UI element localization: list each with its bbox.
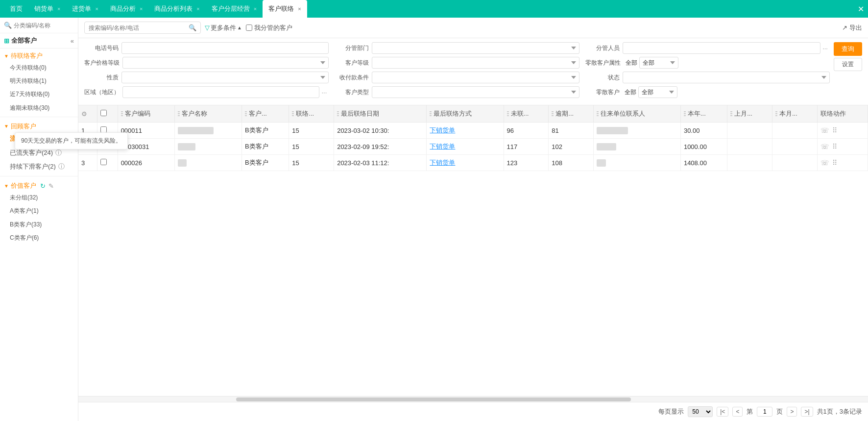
filter-row-4: 区域（地区） ··· 客户类型 零散客户 全部 全部	[84, 86, 830, 98]
close-tab-customer-tier[interactable]: ×	[254, 6, 257, 12]
more-action-icon[interactable]: ⠿	[832, 126, 837, 134]
per-page-select[interactable]: 50 100 200	[688, 406, 713, 417]
prev-page-btn[interactable]: <	[732, 407, 743, 417]
query-button[interactable]: 查询	[834, 42, 862, 56]
contact-action-icon[interactable]: ☏	[820, 143, 829, 150]
last-page-btn[interactable]: >|	[801, 407, 813, 417]
sidebar-collapse-btn[interactable]: «	[71, 37, 74, 45]
last-method-link[interactable]: 下销货单	[430, 159, 455, 166]
sidebar-item-overdue[interactable]: 逾期未联络(30)	[0, 101, 78, 115]
row-uncontact: 117	[504, 139, 549, 155]
nav-tab-purchase[interactable]: 进货单 ×	[66, 0, 104, 18]
row-action-cell: ☏ ⠿	[817, 155, 868, 171]
close-tab-sales[interactable]: ×	[57, 6, 60, 12]
filter-payment-label: 收付款条件	[335, 74, 369, 82]
row-last-method[interactable]: 下销货单	[427, 139, 504, 155]
sidebar-item-7days[interactable]: 近7天待联络(0)	[0, 88, 78, 101]
sidebar-item-declining[interactable]: 持续下滑客户(2) ⓘ	[0, 160, 78, 174]
filter-action-btns: 查询 设置	[834, 42, 862, 101]
col-drag-this-year	[684, 111, 686, 117]
filter-price-level-select[interactable]	[122, 57, 329, 69]
filter-customer-type-select[interactable]	[372, 86, 579, 98]
search-btn-icon[interactable]: 🔍	[189, 24, 196, 31]
page-end-label: 页	[776, 407, 783, 416]
sidebar-item-today[interactable]: 今天待联络(0)	[0, 61, 78, 74]
gear-icon[interactable]: ⚙	[81, 110, 87, 118]
filter-retail-select[interactable]: 全部	[638, 86, 677, 98]
sidebar-all-customers[interactable]: ⊞ 全部客户 «	[0, 33, 78, 49]
col-checkbox[interactable]	[97, 105, 118, 123]
filter-dept-select[interactable]	[372, 42, 579, 54]
col-drag-overdue	[552, 111, 554, 117]
col-uncontact: 未联...	[504, 105, 549, 123]
filter-status-select[interactable]	[623, 72, 830, 83]
blurred-name: ████	[178, 143, 196, 150]
nav-tab-customer-contact[interactable]: 客户联络 ×	[263, 0, 307, 18]
more-action-icon[interactable]: ⠿	[832, 143, 837, 150]
sidebar-group-pending[interactable]: ▼ 待联络客户	[0, 49, 78, 61]
filter-more-btn[interactable]: ▽ 更多条件 ▲	[205, 24, 242, 32]
close-tab-analysis-list[interactable]: ×	[196, 6, 199, 12]
window-close-button[interactable]: ✕	[858, 4, 864, 14]
nav-tab-analysis-list[interactable]: 商品分析列表 ×	[148, 0, 205, 18]
row-type: B类客户	[242, 155, 289, 171]
blurred-person: ██	[597, 159, 605, 167]
col-gear[interactable]: ⚙	[78, 105, 97, 123]
nav-tab-customer-tier[interactable]: 客户分层经营 ×	[206, 0, 263, 18]
action-icons: ☏ ⠿	[820, 126, 865, 134]
filter-person-dots[interactable]: ···	[820, 45, 830, 52]
filter-payment-select[interactable]	[372, 72, 579, 83]
settings-button[interactable]: 设置	[834, 58, 862, 71]
close-tab-purchase[interactable]: ×	[95, 6, 98, 12]
filter-person-input[interactable]	[623, 42, 820, 54]
row-last-method[interactable]: 下销货单	[427, 155, 504, 171]
select-all-checkbox[interactable]	[100, 110, 107, 116]
close-tab-customer-contact[interactable]: ×	[298, 6, 301, 12]
filter-region-input[interactable]	[122, 86, 319, 98]
sidebar-search-input[interactable]	[14, 22, 78, 29]
horizontal-scrollbar[interactable]	[78, 396, 868, 402]
contact-action-icon[interactable]: ☏	[820, 159, 829, 167]
sidebar-item-tomorrow[interactable]: 明天待联络(1)	[0, 74, 78, 88]
row-overdue: 102	[549, 139, 594, 155]
sidebar-item-ungrouped[interactable]: 未分组(32)	[0, 191, 78, 204]
my-customers-checkbox[interactable]	[246, 25, 252, 31]
col-drag-last-method	[430, 111, 432, 117]
nav-home[interactable]: 首页	[4, 0, 28, 18]
sidebar-group-value[interactable]: ▼ 价值客户 ↻ ✎	[0, 178, 78, 191]
search-input[interactable]	[89, 25, 187, 31]
export-btn[interactable]: ↗ 导出	[842, 24, 862, 32]
filter-retail-attr-value: 全部	[626, 59, 637, 67]
edit-value-icon[interactable]: ✎	[48, 182, 54, 190]
filter-phone-input[interactable]	[121, 42, 329, 54]
row-code: 000026	[118, 155, 174, 171]
next-page-btn[interactable]: >	[787, 407, 797, 417]
last-method-link[interactable]: 下销货单	[430, 126, 455, 134]
first-page-btn[interactable]: |<	[717, 407, 728, 417]
filter-retail-attr-select[interactable]: 全部	[639, 57, 678, 69]
refresh-value-icon[interactable]: ↻	[40, 182, 46, 190]
filter-person: 分管人员 ···	[585, 42, 830, 54]
my-customers-checkbox-label[interactable]: 我分管的客户	[246, 24, 292, 32]
sidebar-item-b-class[interactable]: B类客户(33)	[0, 218, 78, 231]
filter-region-dots[interactable]: ···	[319, 89, 329, 96]
more-action-icon[interactable]: ⠿	[832, 159, 837, 167]
row-checkbox[interactable]	[100, 159, 107, 165]
filter-nature-select[interactable]	[121, 72, 329, 83]
row-checkbox-cell[interactable]	[97, 155, 118, 171]
filter-customer-level-select[interactable]	[372, 57, 579, 69]
page-input[interactable]	[757, 407, 772, 417]
last-method-link[interactable]: 下销货单	[430, 143, 455, 150]
sidebar-group-review[interactable]: ▼ 回顾客户	[0, 119, 78, 132]
sidebar-item-c-class[interactable]: C类客户(6)	[0, 231, 78, 245]
row-last-method[interactable]: 下销货单	[427, 123, 504, 139]
nav-tab-analysis[interactable]: 商品分析 ×	[104, 0, 148, 18]
row-last-date: 2023-03-02 10:30:	[334, 123, 427, 139]
sidebar-search-icon: 🔍	[4, 22, 12, 29]
sidebar-item-a-class[interactable]: A类客户(1)	[0, 204, 78, 218]
close-tab-analysis[interactable]: ×	[140, 6, 143, 12]
scrollbar-thumb[interactable]	[236, 397, 631, 401]
row-contact-person: ██ 3...	[594, 139, 681, 155]
nav-tab-sales[interactable]: 销货单 ×	[28, 0, 66, 18]
contact-action-icon[interactable]: ☏	[820, 126, 829, 134]
